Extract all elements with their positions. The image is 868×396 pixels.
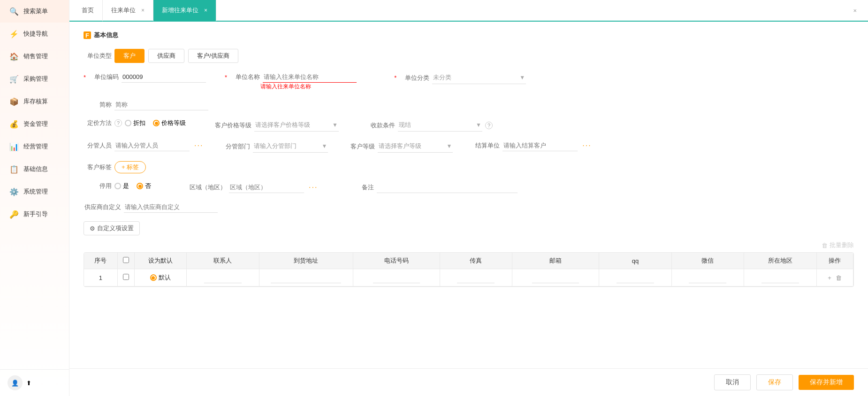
sidebar-item-purchase[interactable]: 🛒 采购管理: [0, 68, 69, 90]
sidebar-item-business[interactable]: 📊 经营管理: [0, 135, 69, 158]
batch-delete-label[interactable]: 批量删除: [830, 241, 854, 249]
dept-select[interactable]: 请输入分管部门 ▼: [253, 140, 328, 153]
alias-input[interactable]: [114, 99, 208, 110]
email-input[interactable]: [532, 272, 579, 283]
row-action: + 🗑: [816, 269, 853, 287]
system-icon: ⚙️: [9, 187, 19, 196]
sidebar-item-sales[interactable]: 🏠 销售管理: [0, 45, 69, 68]
search-icon: 🔍: [9, 7, 19, 16]
add-tag-btn[interactable]: + 标签: [114, 161, 146, 173]
customer-level-field: 客户等级 请选择客户等级 ▼: [347, 140, 453, 153]
row-default-radio[interactable]: [150, 274, 157, 281]
pricing-discount-label: 折扣: [133, 119, 145, 127]
tab-new-counterparty[interactable]: 新增往来单位 ×: [153, 0, 216, 21]
pricing-radio-group: 折扣 价格等级: [125, 119, 186, 127]
sidebar-item-inventory[interactable]: 📦 库存核算: [0, 90, 69, 113]
pricing-row: 定价方法 ? 折扣 价格等级: [84, 119, 854, 132]
tag-row: 客户标签 + 标签: [84, 161, 854, 173]
sidebar-item-search[interactable]: 🔍 搜索菜单: [0, 0, 69, 23]
pricing-discount-option[interactable]: 折扣: [125, 119, 145, 127]
row-email: [512, 269, 599, 287]
disable-yes-option[interactable]: 是: [114, 182, 129, 190]
remark-field: 备注: [355, 182, 518, 193]
customer-price-label: 客户价格等级: [214, 121, 251, 130]
wechat-input[interactable]: [689, 272, 726, 283]
pricing-level-radio[interactable]: [153, 120, 160, 126]
unit-basic-row: * 单位编码 * 单位名称 请输入往来单位名称 * 单位分类: [84, 71, 854, 91]
unit-category-select[interactable]: 未分类 ▼: [432, 71, 526, 84]
unit-code-input[interactable]: [122, 71, 206, 83]
disable-yes-radio[interactable]: [114, 183, 121, 189]
row-region: [744, 269, 816, 287]
disable-no-option[interactable]: 否: [137, 182, 151, 190]
area-input[interactable]: [229, 182, 304, 193]
sidebar-item-purchase-label: 采购管理: [23, 75, 48, 83]
pricing-field: 定价方法 ? 折扣 价格等级: [84, 119, 186, 127]
save-new-button[interactable]: 保存并新增: [799, 375, 854, 390]
close-window-button[interactable]: ×: [845, 6, 864, 15]
row-select-checkbox[interactable]: [123, 274, 129, 280]
pricing-help-icon[interactable]: ?: [114, 119, 122, 127]
save-button[interactable]: 保存: [756, 374, 793, 390]
tag-label: 客户标签: [84, 163, 112, 171]
tab-counterparty-close[interactable]: ×: [141, 7, 145, 14]
col-action: 操作: [816, 253, 853, 269]
pricing-discount-radio[interactable]: [125, 120, 131, 126]
row-default-radio-item[interactable]: 默认: [139, 273, 182, 282]
col-qq: qq: [599, 253, 671, 269]
unit-name-input[interactable]: [263, 71, 357, 83]
region-input[interactable]: [761, 272, 799, 283]
unit-category-chevron: ▼: [519, 74, 525, 81]
sidebar-item-system[interactable]: ⚙️ 系统管理: [0, 180, 69, 203]
contact-input[interactable]: [204, 272, 242, 283]
customer-level-placeholder: 请选择客户等级: [379, 142, 421, 150]
select-all-checkbox[interactable]: [123, 257, 129, 263]
row-default-label: 默认: [159, 273, 171, 282]
footer: 取消 保存 保存并新增: [69, 368, 868, 396]
tab-new-counterparty-label: 新增往来单位: [162, 6, 198, 15]
address-input[interactable]: [271, 272, 341, 283]
customer-level-chevron: ▼: [446, 143, 452, 149]
supplier-custom-input[interactable]: [124, 202, 218, 213]
sidebar-item-guide[interactable]: 🔑 新手引导: [0, 203, 69, 225]
pricing-level-option[interactable]: 价格等级: [153, 119, 186, 127]
tab-counterparty[interactable]: 往来单位 ×: [103, 0, 153, 21]
unit-category-label: 单位分类: [401, 74, 429, 82]
customer-level-select[interactable]: 请选择客户等级 ▼: [378, 140, 453, 153]
cancel-button[interactable]: 取消: [714, 374, 751, 390]
alias-label: 简称: [84, 101, 112, 109]
manager-more-btn[interactable]: ···: [194, 141, 203, 150]
area-more-btn[interactable]: ···: [309, 183, 318, 192]
add-row-btn[interactable]: +: [828, 274, 831, 281]
settle-unit-more-btn[interactable]: ···: [582, 141, 591, 150]
customer-price-select[interactable]: 请选择客户价格等级 ▼: [254, 119, 339, 132]
manager-input[interactable]: [114, 140, 190, 151]
unit-type-both-btn[interactable]: 客户/供应商: [188, 49, 238, 63]
unit-type-supplier-btn[interactable]: 供应商: [148, 49, 184, 63]
section-icon: F: [84, 31, 91, 39]
tab-home[interactable]: 首页: [73, 0, 103, 21]
unit-type-customer-btn[interactable]: 客户: [114, 49, 145, 63]
sidebar-item-quick-nav[interactable]: ⚡ 快捷导航: [0, 23, 69, 45]
disable-no-radio[interactable]: [137, 183, 143, 189]
sidebar-item-search-label: 搜索菜单: [23, 7, 48, 16]
tab-new-counterparty-close[interactable]: ×: [204, 7, 207, 14]
phone-input[interactable]: [373, 272, 420, 283]
delete-row-btn[interactable]: 🗑: [836, 274, 842, 281]
sidebar-item-inventory-label: 库存核算: [23, 97, 48, 106]
disable-label: 停用: [84, 182, 112, 190]
payment-select[interactable]: 现结 ▼: [398, 119, 482, 132]
fax-input[interactable]: [457, 272, 495, 283]
sidebar-item-system-label: 系统管理: [23, 187, 48, 196]
custom-settings-btn[interactable]: ⚙ 自定义项设置: [84, 221, 140, 235]
col-index: 序号: [84, 253, 117, 269]
unit-type-field: 单位类型 客户 供应商 客户/供应商: [84, 49, 238, 63]
remark-input[interactable]: [377, 182, 518, 193]
col-fax: 传真: [440, 253, 512, 269]
sidebar-item-finance[interactable]: 💰 资金管理: [0, 113, 69, 135]
sidebar-item-basic[interactable]: 📋 基础信息: [0, 158, 69, 180]
settle-unit-input[interactable]: [503, 140, 578, 151]
payment-help-icon[interactable]: ?: [485, 122, 493, 129]
qq-input[interactable]: [617, 272, 654, 283]
batch-delete-area: 🗑 批量删除: [84, 241, 854, 249]
